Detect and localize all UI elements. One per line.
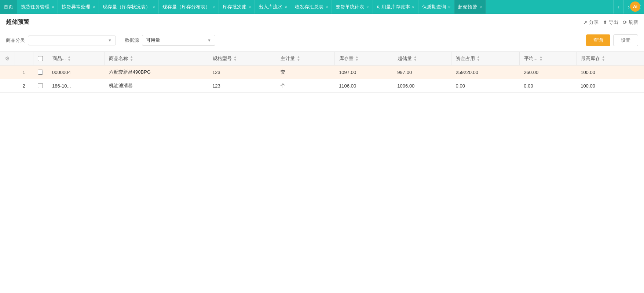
datasource-value: 可用量 xyxy=(146,37,160,44)
datasource-select[interactable]: 可用量 ▼ xyxy=(142,35,215,46)
row-maxstock: 100.00 xyxy=(576,66,644,79)
tab-close-icon[interactable]: × xyxy=(448,5,450,9)
nav-tab-tab-2[interactable]: 拣货异常处理× xyxy=(58,0,99,14)
tab-close-icon[interactable]: × xyxy=(285,5,287,9)
row-checkbox[interactable] xyxy=(38,70,43,75)
page-title: 超储预警 xyxy=(6,18,29,26)
filter-actions: 查询 设置 xyxy=(586,34,638,46)
settings-button[interactable]: 设置 xyxy=(613,34,638,46)
row-stock: 1097.00 xyxy=(334,66,393,79)
row-checkbox[interactable] xyxy=(38,83,43,88)
th-unit[interactable]: 主计量 ▲▼ xyxy=(276,52,334,66)
nav-tab-tab-3[interactable]: 现存量（库存状况表）× xyxy=(99,0,159,14)
tab-close-icon[interactable]: × xyxy=(212,5,215,9)
nav-tab-tab-1[interactable]: 拣货任务管理× xyxy=(17,0,58,14)
category-label: 商品分类 xyxy=(6,37,25,44)
row-unit: 套 xyxy=(276,66,334,79)
tab-label: 保质期查询 xyxy=(422,4,446,10)
th-overflow[interactable]: 超储量 ▲▼ xyxy=(393,52,451,66)
avatar[interactable]: Ai xyxy=(630,1,640,12)
row-overflow: 997.00 xyxy=(393,66,451,79)
share-button[interactable]: ➚ 分享 xyxy=(583,19,599,26)
sort-name-icon: ▲▼ xyxy=(130,55,133,62)
tab-label: 现存量（库存状况表） xyxy=(103,4,150,10)
sort-stock-icon: ▲▼ xyxy=(355,55,359,62)
refresh-button[interactable]: ⟳ 刷新 xyxy=(623,19,638,26)
th-maxstock[interactable]: 最高库存 ▲▼ xyxy=(576,52,644,66)
th-stock-label: 库存量 xyxy=(339,55,354,62)
th-spec-label: 规格型号 xyxy=(213,55,232,62)
tab-close-icon[interactable]: × xyxy=(249,5,251,9)
home-label: 首页 xyxy=(4,4,13,10)
tab-label: 要货单统计表 xyxy=(336,4,364,10)
row-checkbox-cell xyxy=(33,66,48,79)
tab-close-icon[interactable]: × xyxy=(412,5,414,9)
th-name-label: 商品名称 xyxy=(109,55,128,62)
nav-tab-tab-11[interactable]: 超储预警× xyxy=(454,0,486,14)
query-button[interactable]: 查询 xyxy=(586,34,610,46)
tab-label: 库存批次账 xyxy=(223,4,246,10)
th-capital-label: 资金占用 xyxy=(456,55,475,62)
sort-overflow-icon: ▲▼ xyxy=(414,55,417,62)
row-index: 2 xyxy=(15,79,33,93)
tab-label: 出入库流水 xyxy=(259,4,282,10)
row-code: 186-10... xyxy=(48,79,105,93)
row-spec: 123 xyxy=(208,79,276,93)
th-avg[interactable]: 平均... ▲▼ xyxy=(519,52,576,66)
tab-label: 收发存汇总表 xyxy=(295,4,323,10)
row-index: 1 xyxy=(15,66,33,79)
share-label: 分享 xyxy=(589,19,599,26)
table-row: 2 186-10... 机油滤清器 123 个 1106.00 1006.00 … xyxy=(0,79,644,93)
row-avg: 260.00 xyxy=(519,66,576,79)
nav-tab-tab-4[interactable]: 现存量（库存分布表）× xyxy=(159,0,219,14)
nav-tab-tab-8[interactable]: 要货单统计表× xyxy=(332,0,373,14)
row-name: 机油滤清器 xyxy=(105,79,208,93)
row-settings-cell xyxy=(0,66,15,79)
nav-tab-tab-9[interactable]: 可用量库存账本× xyxy=(373,0,418,14)
refresh-label: 刷新 xyxy=(629,19,638,26)
tab-label: 超储预警 xyxy=(458,4,477,10)
row-settings-cell xyxy=(0,79,15,93)
sort-spec-icon: ▲▼ xyxy=(234,55,237,62)
datasource-chevron-icon: ▼ xyxy=(207,38,211,42)
tab-label: 拣货异常处理 xyxy=(62,4,90,10)
row-maxstock: 100.00 xyxy=(576,79,644,93)
sort-unit-icon: ▲▼ xyxy=(297,55,300,62)
settings-gear-icon[interactable]: ⚙ xyxy=(5,55,10,62)
th-name[interactable]: 商品名称 ▲▼ xyxy=(105,52,208,66)
th-avg-label: 平均... xyxy=(524,55,538,62)
page-container: 超储预警 ➚ 分享 ⬆ 导出 ⟳ 刷新 商品分类 ▼ 数据源 xyxy=(0,14,644,293)
category-chevron-icon: ▼ xyxy=(108,38,112,42)
tab-close-icon[interactable]: × xyxy=(52,5,54,9)
export-button[interactable]: ⬆ 导出 xyxy=(603,19,618,26)
th-capital[interactable]: 资金占用 ▲▼ xyxy=(451,52,520,66)
nav-tab-tab-6[interactable]: 出入库流水× xyxy=(255,0,291,14)
row-capital: 259220.00 xyxy=(451,66,520,79)
nav-tab-tab-7[interactable]: 收发存汇总表× xyxy=(291,0,332,14)
tab-label: 现存量（库存分布表） xyxy=(162,4,210,10)
sort-code-icon: ▲▼ xyxy=(67,55,71,62)
sort-capital-icon: ▲▼ xyxy=(477,55,480,62)
tab-close-icon[interactable]: × xyxy=(326,5,328,9)
sort-maxstock-icon: ▲▼ xyxy=(602,55,605,62)
tab-close-icon[interactable]: × xyxy=(366,5,369,9)
row-name: 六配套新昌490BPG xyxy=(105,66,208,79)
tab-label: 拣货任务管理 xyxy=(21,4,50,10)
nav-tab-tab-10[interactable]: 保质期查询× xyxy=(418,0,454,14)
nav-home[interactable]: 首页 xyxy=(0,0,17,14)
page-header: 超储预警 ➚ 分享 ⬆ 导出 ⟳ 刷新 xyxy=(0,14,644,29)
row-unit: 个 xyxy=(276,79,334,93)
tab-close-icon[interactable]: × xyxy=(153,5,155,9)
row-checkbox-cell xyxy=(33,79,48,93)
th-spec[interactable]: 规格型号 ▲▼ xyxy=(208,52,276,66)
th-unit-label: 主计量 xyxy=(281,55,295,62)
th-stock[interactable]: 库存量 ▲▼ xyxy=(334,52,393,66)
category-select[interactable]: ▼ xyxy=(28,36,116,45)
tab-close-icon[interactable]: × xyxy=(479,5,482,9)
th-code[interactable]: 商品... ▲▼ xyxy=(48,52,105,66)
tab-close-icon[interactable]: × xyxy=(92,5,95,9)
select-all-checkbox[interactable] xyxy=(38,56,43,61)
nav-arrow-left[interactable]: ‹ xyxy=(613,0,623,14)
nav-tab-tab-5[interactable]: 库存批次账× xyxy=(219,0,255,14)
th-overflow-label: 超储量 xyxy=(398,55,412,62)
